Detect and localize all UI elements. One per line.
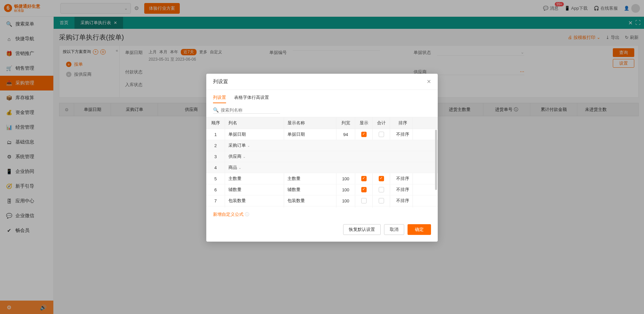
- cell-groupname: 采购订单⌄: [225, 140, 438, 151]
- cell-sum[interactable]: [373, 173, 390, 184]
- modal-search: 🔍: [206, 105, 438, 117]
- cell-sort[interactable]: 不排序: [390, 184, 413, 195]
- cell-sum[interactable]: [373, 129, 390, 140]
- cell-order: 8: [206, 206, 225, 207]
- cell-groupname: 供应商⌄: [225, 151, 438, 162]
- cell-order: 6: [206, 184, 225, 195]
- grid-row[interactable]: 3供应商⌄: [206, 151, 438, 162]
- close-icon[interactable]: ✕: [427, 78, 431, 85]
- grid-row[interactable]: 5主数量主数量100不排序: [206, 173, 438, 184]
- grid-row[interactable]: 1单据日期单据日期94不排序: [206, 129, 438, 140]
- add-formula-link[interactable]: 新增自定义公式: [213, 212, 244, 217]
- scrollbar[interactable]: [435, 130, 437, 190]
- cell-sum[interactable]: [373, 195, 390, 206]
- gh-dispname: 显示名称: [284, 117, 336, 129]
- cell-dispname[interactable]: 单据日期: [284, 129, 336, 140]
- cell-order: 4: [206, 162, 225, 173]
- ok-button[interactable]: 确定: [408, 224, 431, 235]
- modal-foot-link: 新增自定义公式 ⓘ: [206, 207, 438, 222]
- grid-row[interactable]: 6辅数量辅数量100不排序: [206, 184, 438, 195]
- search-icon: 🔍: [213, 107, 219, 113]
- cell-order: 3: [206, 151, 225, 162]
- cell-colname: 主数量: [225, 173, 284, 184]
- grid-row[interactable]: 2采购订单⌄: [206, 140, 438, 151]
- cell-dispname[interactable]: 无税金额: [284, 206, 336, 207]
- modal-tab-columns[interactable]: 列设置: [213, 95, 226, 103]
- chevron-down-icon[interactable]: ⌄: [238, 166, 241, 170]
- checkbox-sum[interactable]: [379, 187, 384, 192]
- restore-button[interactable]: 恢复默认设置: [343, 224, 381, 235]
- cell-colname: 无税金额: [225, 206, 284, 207]
- modal-tabs: 列设置 表格字体行高设置: [206, 90, 438, 105]
- cell-dispname[interactable]: 主数量: [284, 173, 336, 184]
- cell-sort[interactable]: 不排序: [390, 129, 413, 140]
- cell-sort[interactable]: 不排序: [390, 173, 413, 184]
- help-icon[interactable]: ⓘ: [245, 212, 249, 217]
- modal-head: 列设置 ✕: [206, 74, 438, 90]
- checkbox-sum[interactable]: [379, 198, 384, 203]
- checkbox-sum[interactable]: [379, 132, 384, 137]
- column-settings-modal: 列设置 ✕ 列设置 表格字体行高设置 🔍 顺序 列名 显示名称 列宽 显示 合计…: [206, 74, 438, 242]
- cell-colw[interactable]: 94: [336, 129, 355, 140]
- checkbox-show[interactable]: [361, 176, 367, 181]
- cell-order: 5: [206, 173, 225, 184]
- cell-sort[interactable]: 不排序: [390, 206, 413, 207]
- cell-colname: 单据日期: [225, 129, 284, 140]
- grid-head: 顺序 列名 显示名称 列宽 显示 合计 排序: [206, 117, 438, 129]
- cell-colw[interactable]: 100: [336, 195, 355, 206]
- modal-actions: 恢复默认设置 取消 确定: [206, 222, 438, 242]
- cell-order: 7: [206, 195, 225, 206]
- checkbox-show[interactable]: [361, 198, 367, 203]
- modal-tab-font[interactable]: 表格字体行高设置: [234, 95, 269, 103]
- cell-show[interactable]: [355, 184, 373, 195]
- cell-show[interactable]: [355, 206, 373, 207]
- cancel-button[interactable]: 取消: [384, 224, 404, 235]
- cell-sum[interactable]: [373, 206, 390, 207]
- cell-order: 1: [206, 129, 225, 140]
- chevron-down-icon[interactable]: ⌄: [247, 144, 250, 147]
- grid-row[interactable]: 8无税金额无税金额100不排序: [206, 206, 438, 207]
- cell-show[interactable]: [355, 195, 373, 206]
- cell-groupname: 商品⌄: [225, 162, 438, 173]
- cell-show[interactable]: [355, 173, 373, 184]
- search-box[interactable]: 🔍: [213, 107, 280, 114]
- chevron-down-icon[interactable]: ⌄: [243, 155, 246, 159]
- checkbox-show[interactable]: [361, 187, 367, 192]
- checkbox-show[interactable]: [361, 132, 367, 137]
- cell-colname: 包装数量: [225, 195, 284, 206]
- cell-colw[interactable]: 100: [336, 184, 355, 195]
- cell-colw[interactable]: 100: [336, 206, 355, 207]
- checkbox-sum[interactable]: [379, 176, 384, 181]
- cell-dispname[interactable]: 辅数量: [284, 184, 336, 195]
- grid-row[interactable]: 4商品⌄: [206, 162, 438, 173]
- search-input[interactable]: [221, 108, 274, 113]
- gh-sort: 排序: [390, 117, 413, 129]
- cell-order: 2: [206, 140, 225, 151]
- gh-colw: 列宽: [336, 117, 355, 129]
- cell-sum[interactable]: [373, 184, 390, 195]
- gh-sum: 合计: [373, 117, 390, 129]
- cell-show[interactable]: [355, 129, 373, 140]
- cell-colw[interactable]: 100: [336, 173, 355, 184]
- gh-colname: 列名: [225, 117, 284, 129]
- grid-body: 1单据日期单据日期94不排序2采购订单⌄3供应商⌄4商品⌄5主数量主数量100不…: [206, 129, 438, 207]
- cell-colname: 辅数量: [225, 184, 284, 195]
- cell-sort[interactable]: 不排序: [390, 195, 413, 206]
- cell-dispname[interactable]: 包装数量: [284, 195, 336, 206]
- modal-title: 列设置: [213, 78, 228, 85]
- grid-row[interactable]: 7包装数量包装数量100不排序: [206, 195, 438, 206]
- gh-show: 显示: [355, 117, 373, 129]
- gh-order: 顺序: [206, 117, 225, 129]
